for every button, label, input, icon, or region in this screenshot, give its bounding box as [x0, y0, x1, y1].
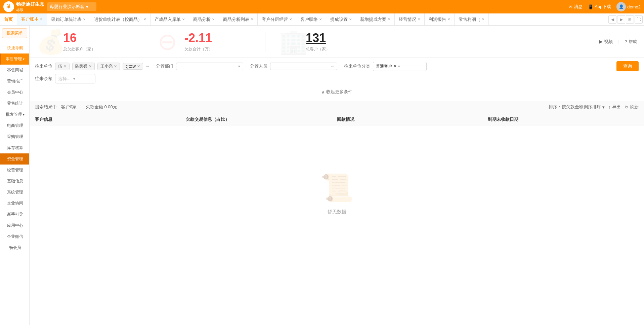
video-btn[interactable]: ▶ 视频: [599, 39, 613, 45]
sidebar-item-purchase-manage[interactable]: 采购管理: [0, 131, 29, 142]
sidebar-item-ecommerce[interactable]: 电商管理: [0, 120, 29, 131]
stats-actions: ▶ 视频 | ? 帮助: [599, 39, 637, 45]
close-icon[interactable]: ✕: [447, 17, 450, 21]
tab-retail-profit[interactable]: 零售利润（ ✕: [455, 13, 489, 26]
sidebar-item-retail-stats[interactable]: 零售统计: [0, 98, 29, 109]
sidebar-item-retail-mall[interactable]: 零售商城: [0, 65, 29, 76]
balance-label: 往来余额: [35, 76, 52, 82]
close-icon[interactable]: ✕: [40, 17, 43, 21]
sort-selector[interactable]: 排序：按欠款金额倒序排序 ▾: [549, 104, 605, 110]
search-button[interactable]: 查询: [616, 61, 639, 71]
nav-fullscreen[interactable]: ⛶: [635, 15, 643, 24]
close-icon[interactable]: ✕: [143, 17, 146, 21]
close-icon[interactable]: ✕: [418, 17, 420, 21]
tab-purchase-order-stats[interactable]: 采购订单统计表 ✕: [47, 13, 90, 26]
close-icon[interactable]: ✕: [251, 17, 253, 21]
tab-product-analysis-list[interactable]: 商品分析列表 ✕: [219, 13, 258, 26]
tab-product-analysis[interactable]: 商品分析 ✕: [189, 13, 219, 26]
dept-select[interactable]: ▾: [176, 63, 243, 70]
close-icon[interactable]: ✕: [319, 17, 322, 21]
sidebar-item-inventory[interactable]: 库存核算: [0, 142, 29, 153]
tab-home[interactable]: 首页: [0, 13, 17, 26]
tab-label: 经营情况: [399, 16, 416, 23]
tab-customer-segment[interactable]: 客户分层经营 ✕: [258, 13, 296, 26]
sidebar-item-system-manage[interactable]: 系统管理: [0, 187, 29, 198]
stat-total-customers-label: 总欠款客户（家）: [63, 46, 95, 52]
tag-text: cjttcw: [126, 64, 136, 69]
tab-new-raise-plan[interactable]: 新增提成方案 ✕: [356, 13, 395, 26]
tab-raise-settings[interactable]: 提成设置 ✕: [326, 13, 356, 26]
remove-tag-wang[interactable]: ✕: [114, 64, 117, 69]
nav-next-arrow[interactable]: ▶: [617, 15, 625, 24]
store-name: 母婴行业演示帐套: [50, 4, 85, 10]
message-icon: ✉: [569, 4, 572, 9]
person-select[interactable]: ···: [270, 63, 337, 70]
dropdown-arrow: ▾: [86, 4, 88, 9]
refresh-icon: ↻: [625, 105, 629, 110]
tab-label: 提成设置: [330, 16, 348, 23]
sidebar-item-app-center[interactable]: 应用中心: [0, 220, 29, 231]
refresh-label: 刷新: [630, 104, 639, 110]
nav-expand-arrow[interactable]: ⊞: [626, 15, 634, 24]
balance-select[interactable]: 选择... ▾: [55, 74, 95, 83]
mobile-icon: 📱: [588, 4, 593, 9]
remove-tag-chen[interactable]: ✕: [89, 64, 92, 69]
tab-business-status[interactable]: 经营情况 ✕: [395, 13, 425, 26]
close-icon[interactable]: ✕: [289, 17, 292, 21]
tab-label: 采购订单统计表: [51, 16, 82, 23]
col-customer-info: 客户信息: [35, 116, 186, 122]
remove-category[interactable]: ✕: [393, 64, 397, 69]
close-icon[interactable]: ✕: [388, 17, 390, 21]
help-btn[interactable]: ? 帮助: [625, 39, 637, 45]
tab-profit-report[interactable]: 利润报告 ✕: [425, 13, 455, 26]
collapse-btn[interactable]: ∧ 收起更多条件: [317, 87, 356, 96]
sidebar-item-retail-manage[interactable]: 零售管理 ▾: [0, 53, 29, 65]
category-text: 普通客户: [376, 64, 392, 69]
table-empty: 📜 暂无数据: [30, 126, 644, 261]
sidebar-item-enterprise-wechat[interactable]: 企业微信: [0, 231, 29, 242]
app-download-btn[interactable]: 📱 App下载: [588, 4, 611, 10]
nav-prev-arrow[interactable]: ◀: [608, 15, 616, 24]
tab-inbound-stats[interactable]: 进货单统计表（按商品） ✕: [90, 13, 151, 26]
store-selector[interactable]: 母婴行业演示帐套 ▾: [47, 2, 96, 11]
sidebar-item-batch-manage[interactable]: 批发管理 ▾: [0, 109, 29, 120]
sidebar-item-basic-info[interactable]: 基础信息: [0, 176, 29, 187]
refresh-btn[interactable]: ↻ 刷新: [625, 104, 639, 110]
filter-more-tags[interactable]: ···: [146, 64, 149, 69]
close-icon[interactable]: ✕: [83, 17, 86, 21]
sidebar-item-enterprise-cooperation[interactable]: 企业协同: [0, 198, 29, 209]
category-select[interactable]: 普通客户 ✕ ▾: [373, 62, 427, 71]
sidebar-item-member-vip[interactable]: 畅会员: [0, 242, 29, 253]
message-btn[interactable]: ✉ 消息: [569, 4, 583, 10]
remove-tag-wu[interactable]: ✕: [63, 64, 67, 69]
stat-debt-value: -2.11: [184, 31, 212, 45]
close-icon[interactable]: ✕: [349, 17, 352, 21]
close-icon[interactable]: ✕: [212, 17, 215, 21]
tab-customer-account[interactable]: 客户账本 ✕: [17, 13, 47, 26]
remove-tag-cjttcw[interactable]: ✕: [137, 64, 140, 69]
top-bar: ¥ 畅捷通好生意 标版 母婴行业演示帐套 ▾ ✉ 消息 📱 App下载 👤 de…: [0, 0, 644, 13]
user-menu[interactable]: 👤 demo2: [616, 2, 641, 11]
sidebar-item-quick-nav[interactable]: 快捷导航: [0, 42, 29, 53]
tab-label: 零售利润（: [459, 16, 480, 23]
close-icon[interactable]: ✕: [182, 17, 185, 21]
help-label: 帮助: [629, 39, 637, 45]
category-tag-common: 普通客户 ✕: [376, 64, 397, 69]
tab-product-inbound[interactable]: 产成品入库单 ✕: [151, 13, 189, 26]
close-icon[interactable]: ✕: [482, 17, 484, 21]
sidebar-item-new-guide[interactable]: 新手引导: [0, 209, 29, 220]
sidebar-nav: 快捷导航 零售管理 ▾ 零售商城 营销推广 会员中心 零售统计 批发管理 ▾ 电…: [0, 41, 29, 255]
tab-customer-contact[interactable]: 客户联络 ✕: [296, 13, 326, 26]
sidebar-item-member-center[interactable]: 会员中心: [0, 87, 29, 98]
filter-tag-wang: 王小亮 ✕: [97, 63, 120, 70]
search-menu-btn[interactable]: 搜索菜单: [2, 28, 27, 38]
tab-label: 客户账本: [21, 16, 39, 22]
sidebar-item-operation-manage[interactable]: 经营管理: [0, 165, 29, 176]
sort-label: 排序：按欠款金额倒序排序: [549, 104, 601, 110]
sidebar-item-marketing[interactable]: 营销推广: [0, 76, 29, 87]
export-btn[interactable]: ↑ 导出: [609, 104, 621, 110]
sidebar-item-capital-manage[interactable]: 资金管理: [0, 153, 29, 165]
unit-label: 往来单位: [35, 63, 52, 69]
tab-label: 客户分层经营: [262, 16, 288, 23]
table-header: 客户信息 欠款交易信息（占比） 回款情况 到期未收款日期: [30, 113, 644, 126]
